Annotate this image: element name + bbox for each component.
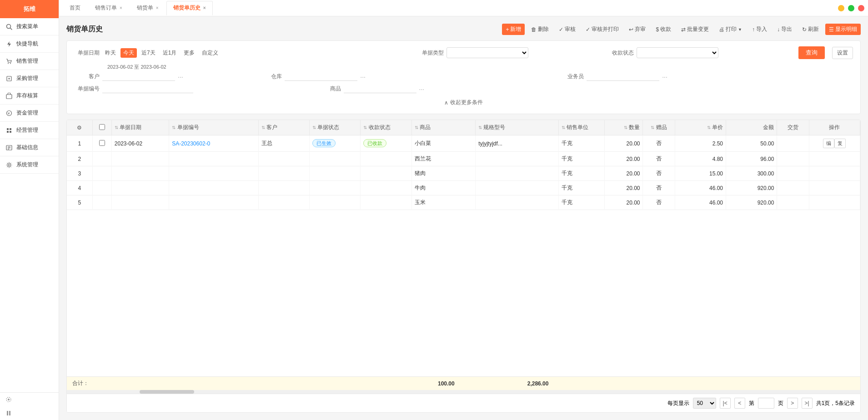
cell-spec bbox=[476, 166, 559, 181]
tab-sales-history[interactable]: 销货单历史 × bbox=[166, 1, 213, 15]
collapse-button[interactable]: ∧ 收起更多条件 bbox=[441, 97, 487, 108]
cell-product: 牛肉 bbox=[411, 181, 475, 195]
batch-change-button[interactable]: ⇄ 批量变更 bbox=[677, 24, 712, 35]
tab-sales-goods[interactable]: 销货单 × bbox=[130, 1, 166, 15]
sidebar-item-basic-info[interactable]: 基础信息 bbox=[0, 139, 59, 156]
status-badge: 已生效 bbox=[312, 139, 336, 147]
th-customer[interactable]: ⇅ 客户 bbox=[258, 120, 309, 135]
doc-type-select[interactable] bbox=[447, 47, 528, 58]
date-today[interactable]: 今天 bbox=[120, 48, 137, 58]
th-exchange[interactable]: 交货 bbox=[777, 120, 809, 135]
th-doc-status[interactable]: ⇅ 单据状态 bbox=[310, 120, 361, 135]
tab-close-sales-goods[interactable]: × bbox=[156, 5, 159, 10]
sidebar-item-fund-mgmt[interactable]: ¥ 资金管理 bbox=[0, 105, 59, 122]
tab-home[interactable]: 首页 bbox=[63, 1, 87, 15]
page-first[interactable]: |< bbox=[720, 398, 731, 409]
th-checkbox[interactable] bbox=[92, 120, 111, 135]
tab-close-sales-history[interactable]: × bbox=[203, 5, 206, 10]
tab-close-sales-order[interactable]: × bbox=[120, 5, 122, 10]
print-button[interactable]: 🖨 打印 ▼ bbox=[715, 24, 746, 35]
per-page-select[interactable]: 50 100 bbox=[693, 398, 716, 409]
date-1month[interactable]: 近1月 bbox=[160, 48, 180, 58]
export-button[interactable]: ↓ 导出 bbox=[773, 24, 796, 35]
delete-button[interactable]: 🗑 删除 bbox=[527, 24, 552, 35]
warehouse-input[interactable] bbox=[285, 72, 357, 81]
cell-exchange bbox=[777, 195, 809, 210]
date-7days[interactable]: 近7天 bbox=[139, 48, 158, 58]
audit-print-button[interactable]: ✓ 审核并打印 bbox=[582, 24, 622, 35]
tab-sales-order[interactable]: 销售订单 × bbox=[88, 1, 129, 15]
cell-doc-status bbox=[310, 152, 361, 166]
product-dots[interactable]: ··· bbox=[419, 85, 425, 93]
sidebar-item-search-menu[interactable]: 搜索菜单 bbox=[0, 18, 59, 35]
date-more[interactable]: 更多 bbox=[181, 48, 197, 58]
audit-button[interactable]: ✓ 审核 bbox=[555, 24, 579, 35]
cell-product: 玉米 bbox=[411, 195, 475, 210]
window-maximize[interactable] bbox=[848, 5, 854, 11]
scrollbar-thumb[interactable] bbox=[140, 390, 194, 394]
sidebar-bottom-gear[interactable] bbox=[0, 393, 59, 406]
page-input[interactable]: 1 bbox=[758, 398, 774, 409]
cell-action bbox=[809, 195, 860, 210]
customer-label: 客户 bbox=[74, 73, 100, 80]
copy-button[interactable]: 复 bbox=[834, 139, 846, 148]
th-price[interactable]: ⇅ 单价 bbox=[675, 120, 726, 135]
cell-price: 46.00 bbox=[675, 195, 726, 210]
order-no-link[interactable]: SA-20230602-0 bbox=[172, 140, 210, 147]
select-all-checkbox[interactable] bbox=[99, 124, 105, 130]
cell-customer bbox=[258, 195, 309, 210]
row-checkbox[interactable] bbox=[99, 140, 105, 146]
date-yesterday[interactable]: 昨天 bbox=[102, 48, 119, 58]
abandon-button[interactable]: ↩ 弃审 bbox=[625, 24, 649, 35]
svg-rect-12 bbox=[10, 131, 11, 133]
th-spec[interactable]: ⇅ 规格型号 bbox=[476, 120, 559, 135]
window-close[interactable] bbox=[858, 5, 864, 11]
th-gift[interactable]: ⇅ 赠品 bbox=[643, 120, 675, 135]
th-pay-status[interactable]: ⇅ 收款状态 bbox=[361, 120, 411, 135]
edit-button[interactable]: 编 bbox=[823, 139, 834, 148]
sort-icon-customer: ⇅ bbox=[261, 125, 265, 130]
th-amount[interactable]: 金额 bbox=[726, 120, 777, 135]
th-order-no[interactable]: ⇅ 单据编号 bbox=[169, 120, 259, 135]
sidebar-item-sales-mgmt[interactable]: 销售管理 bbox=[0, 53, 59, 70]
th-settings[interactable]: ⚙ bbox=[67, 120, 92, 135]
th-qty[interactable]: ⇅ 数量 bbox=[605, 120, 643, 135]
page-last[interactable]: >| bbox=[802, 398, 813, 409]
import-button[interactable]: ↑ 导入 bbox=[748, 24, 771, 35]
add-button[interactable]: + 新增 bbox=[502, 24, 525, 35]
page-next[interactable]: > bbox=[787, 398, 798, 409]
pay-status-select[interactable] bbox=[637, 47, 718, 58]
show-detail-button[interactable]: ☰ 显示明细 bbox=[825, 24, 861, 35]
warehouse-dots[interactable]: ··· bbox=[360, 73, 366, 80]
print-dropdown-icon: ▼ bbox=[738, 27, 742, 32]
sidebar-item-quick-nav[interactable]: 快捷导航 bbox=[0, 35, 59, 53]
sidebar-bottom-pause[interactable] bbox=[0, 406, 59, 420]
doc-no-input[interactable] bbox=[102, 85, 193, 93]
doc-type-label: 单据类型 bbox=[418, 49, 444, 57]
sidebar-item-inventory-calc[interactable]: 库存核算 bbox=[0, 87, 59, 105]
sidebar-item-purchase-mgmt[interactable]: 采购管理 bbox=[0, 70, 59, 87]
refresh-button[interactable]: ↻ 刷新 bbox=[798, 24, 823, 35]
cell-exchange bbox=[777, 152, 809, 166]
customer-input[interactable] bbox=[102, 72, 175, 81]
settings-icon bbox=[5, 161, 13, 169]
sidebar-item-ops-mgmt[interactable]: 经营管理 bbox=[0, 122, 59, 139]
window-minimize[interactable] bbox=[838, 5, 844, 11]
th-date[interactable]: ⇅ 单据日期 bbox=[111, 120, 169, 135]
horizontal-scrollbar[interactable] bbox=[67, 390, 860, 394]
sidebar-label-fund-mgmt: 资金管理 bbox=[16, 109, 38, 117]
customer-dots[interactable]: ··· bbox=[178, 73, 183, 80]
th-product[interactable]: ⇅ 商品 bbox=[411, 120, 475, 135]
salesman-dots[interactable]: ··· bbox=[662, 73, 667, 80]
settings-button[interactable]: 设置 bbox=[832, 47, 853, 59]
query-button[interactable]: 查询 bbox=[798, 46, 825, 59]
product-input[interactable] bbox=[344, 85, 416, 93]
date-custom[interactable]: 自定义 bbox=[199, 48, 221, 58]
salesman-input[interactable] bbox=[587, 72, 659, 81]
sidebar-item-sys-mgmt[interactable]: 系统管理 bbox=[0, 156, 59, 174]
th-unit[interactable]: ⇅ 销售单位 bbox=[558, 120, 605, 135]
collect-button[interactable]: $ 收款 bbox=[652, 24, 675, 35]
cell-gift: 否 bbox=[643, 166, 675, 181]
add-icon: + bbox=[506, 26, 509, 33]
page-prev[interactable]: < bbox=[734, 398, 745, 409]
